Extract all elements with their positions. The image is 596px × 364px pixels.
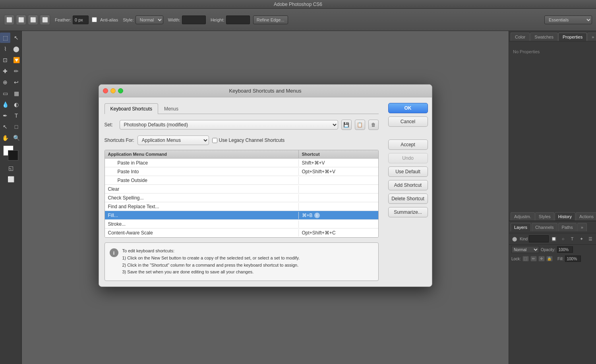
tab-color[interactable]: Color <box>511 33 530 41</box>
marquee-option2-icon[interactable]: ⬜ <box>28 15 38 25</box>
eyedropper-tool[interactable]: 🔽 <box>11 55 21 65</box>
tab-layers[interactable]: Layers <box>511 223 531 231</box>
style-select[interactable]: Normal <box>135 15 163 24</box>
add-shortcut-button[interactable]: Add Shortcut <box>388 180 428 190</box>
delete-set-icon[interactable]: 🗑 <box>368 120 379 130</box>
table-row[interactable]: Stroke... <box>105 220 378 228</box>
marquee-icon[interactable]: ⬜ <box>4 15 14 25</box>
crop-tool[interactable]: ⊡ <box>0 55 10 65</box>
save-set-icon[interactable]: 💾 <box>341 120 352 130</box>
lock-image-icon[interactable]: ✏ <box>530 256 537 261</box>
blur-tool[interactable]: 💧 <box>0 99 10 110</box>
table-row[interactable]: Paste Outside <box>105 176 378 185</box>
tab-channels[interactable]: Channels <box>532 223 557 231</box>
new-set-icon[interactable]: 📋 <box>355 120 365 130</box>
cell-shortcut <box>299 188 378 190</box>
layers-blend-select[interactable]: Normal <box>511 246 539 253</box>
toolbar-marquee-group: ⬜ ⬜ ⬜ ⬜ <box>4 15 50 25</box>
summarize-button[interactable]: Summarize... <box>388 207 428 217</box>
table-row[interactable]: Check Spelling... <box>105 194 378 202</box>
tab-layers-expand[interactable]: » <box>577 223 587 231</box>
delete-shortcut-button[interactable]: Delete Shortcut <box>388 194 428 204</box>
refine-edge-button[interactable]: Refine Edge... <box>253 15 288 24</box>
legacy-checkbox-label[interactable]: Use Legacy Channel Shortcuts <box>212 137 284 143</box>
table-row[interactable]: Paste in PlaceShift+⌘+V <box>105 159 378 167</box>
quick-select-tool[interactable]: ⬤ <box>11 44 21 54</box>
layers-opacity-input[interactable] <box>557 246 573 253</box>
tab-paths[interactable]: Paths <box>558 223 577 231</box>
table-row[interactable]: Clear <box>105 185 378 194</box>
layers-filter1[interactable]: 🔲 <box>550 235 558 243</box>
screen-mode-tool[interactable]: ⬜ <box>6 174 16 184</box>
gradient-tool[interactable]: ▦ <box>11 88 21 99</box>
cancel-button[interactable]: Cancel <box>388 116 428 127</box>
tab-menus[interactable]: Menus <box>158 103 184 114</box>
lock-position-icon[interactable]: ✛ <box>538 256 545 261</box>
height-label: Height: <box>211 17 224 22</box>
marquee-tool[interactable]: ⬚ <box>0 33 10 43</box>
close-button[interactable] <box>103 88 108 93</box>
pen-tool[interactable]: ✒ <box>0 110 10 121</box>
tab-expand[interactable]: » <box>587 33 596 41</box>
background-color[interactable] <box>8 150 18 161</box>
clone-tool[interactable]: ⊕ <box>0 77 10 87</box>
height-input[interactable] <box>226 15 250 24</box>
tab-keyboard-shortcuts[interactable]: Keyboard Shortcuts <box>104 103 158 114</box>
layers-fill-input[interactable] <box>565 256 581 262</box>
maximize-button[interactable] <box>118 88 123 93</box>
color-swatch[interactable] <box>3 145 18 161</box>
layers-filter3[interactable]: T <box>568 235 576 243</box>
shortcut-info-icon[interactable]: i <box>314 213 320 218</box>
legacy-checkbox[interactable] <box>212 138 217 143</box>
tool-pair-10: ✋ 🔍 <box>0 133 21 143</box>
zoom-tool[interactable]: 🔍 <box>11 133 21 143</box>
marquee-option-icon[interactable]: ⬜ <box>16 15 26 25</box>
path-select-tool[interactable]: ↖ <box>0 122 10 132</box>
tab-swatches[interactable]: Swatches <box>530 33 558 41</box>
layers-kind-input[interactable] <box>529 235 549 242</box>
tab-styles[interactable]: Styles <box>535 212 554 221</box>
history-brush-tool[interactable]: ↩ <box>11 77 21 87</box>
tab-properties[interactable]: Properties <box>558 33 587 41</box>
tab-adjustments[interactable]: Adjustm. <box>511 212 535 221</box>
essentials-select[interactable]: Essentials <box>544 15 592 24</box>
shortcuts-for-select[interactable]: Application Menus <box>137 136 209 145</box>
anti-alias-checkbox[interactable] <box>92 17 97 22</box>
info-line3: 2) Click in the "Shortcut" column for a … <box>122 262 300 269</box>
feather-input[interactable] <box>73 15 89 24</box>
anti-alias-group: Anti-alias <box>92 17 118 22</box>
table-body[interactable]: Paste in PlaceShift+⌘+VPaste IntoOpt+Shi… <box>105 159 378 237</box>
tab-actions[interactable]: Actions <box>576 212 596 221</box>
hand-tool[interactable]: ✋ <box>0 133 10 143</box>
healing-tool[interactable]: ✚ <box>0 66 10 76</box>
accept-button[interactable]: Accept <box>388 139 428 150</box>
table-row[interactable]: Fill...⌘+Bi <box>105 211 378 220</box>
layers-kind-icon[interactable]: ⬤ <box>511 235 519 243</box>
table-row[interactable]: Find and Replace Text... <box>105 202 378 211</box>
lasso-tool[interactable]: ⌇ <box>0 44 10 54</box>
layers-filter5[interactable]: ☰ <box>586 235 594 243</box>
tab-history[interactable]: History <box>555 212 575 221</box>
marquee-option3-icon[interactable]: ⬜ <box>40 15 50 25</box>
ok-button[interactable]: OK <box>388 103 428 113</box>
quick-mask-tool[interactable]: ◱ <box>6 163 16 173</box>
width-input[interactable] <box>182 15 206 24</box>
brush-tool[interactable]: ✏ <box>11 66 21 76</box>
cell-shortcut: Opt+Shift+⌘+C <box>299 229 378 236</box>
lock-all-icon[interactable]: 🔒 <box>546 256 553 261</box>
anti-alias-label: Anti-alias <box>100 17 118 22</box>
eraser-tool[interactable]: ▭ <box>0 88 10 99</box>
table-row[interactable]: Content-Aware ScaleOpt+Shift+⌘+C <box>105 228 378 237</box>
shape-tool[interactable]: □ <box>11 122 21 132</box>
minimize-button[interactable] <box>110 88 116 93</box>
dodge-tool[interactable]: ◐ <box>11 99 21 110</box>
move-tool[interactable]: ↖ <box>11 33 21 43</box>
set-select[interactable]: Photoshop Defaults (modified) <box>120 120 338 130</box>
use-default-button[interactable]: Use Default <box>388 167 428 177</box>
text-tool[interactable]: T <box>11 110 21 121</box>
lock-transparent-icon[interactable]: ⬚ <box>522 256 529 261</box>
layers-filter4[interactable]: ✦ <box>577 235 585 243</box>
table-row[interactable]: Paste IntoOpt+Shift+⌘+V <box>105 167 378 176</box>
layers-filter2[interactable]: ○ <box>559 235 567 243</box>
undo-button[interactable]: Undo <box>388 153 428 163</box>
